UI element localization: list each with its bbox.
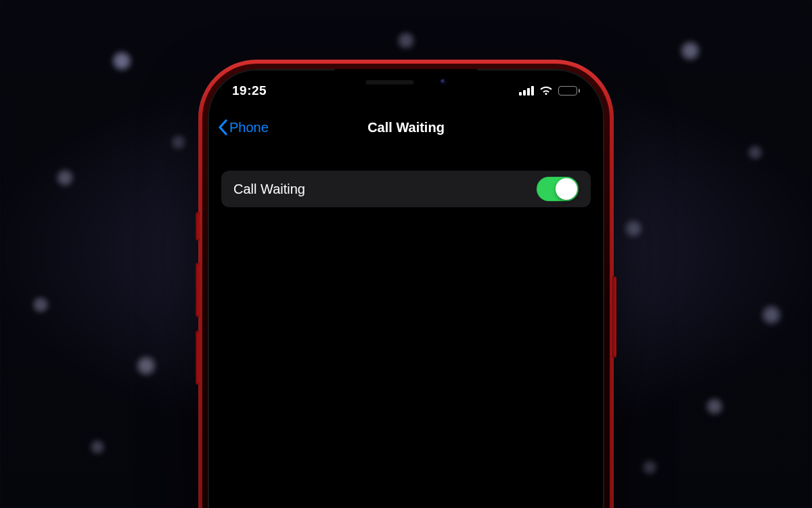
- phone-device-frame: 19:25: [198, 60, 614, 508]
- earpiece-speaker: [365, 80, 414, 85]
- wifi-icon: [539, 86, 553, 96]
- back-button-label: Phone: [229, 120, 269, 135]
- volume-up-button[interactable]: [196, 263, 200, 317]
- toggle-knob: [556, 178, 577, 200]
- status-time: 19:25: [232, 83, 267, 98]
- back-button[interactable]: Phone: [217, 110, 269, 145]
- cellular-signal-icon: [519, 86, 534, 96]
- battery-icon: [558, 86, 580, 96]
- navigation-bar: Phone Call Waiting: [208, 110, 604, 145]
- call-waiting-label: Call Waiting: [233, 182, 305, 197]
- front-camera: [440, 79, 447, 85]
- page-title: Call Waiting: [367, 120, 445, 135]
- call-waiting-toggle[interactable]: [537, 177, 579, 201]
- volume-down-button[interactable]: [196, 331, 200, 385]
- mute-switch[interactable]: [196, 212, 200, 240]
- status-icons: [519, 86, 580, 96]
- call-waiting-row: Call Waiting: [221, 171, 591, 207]
- display-notch: [335, 69, 477, 95]
- settings-content: Call Waiting: [208, 171, 604, 207]
- side-power-button[interactable]: [612, 276, 616, 358]
- phone-screen: 19:25: [208, 69, 604, 508]
- chevron-left-icon: [217, 119, 228, 135]
